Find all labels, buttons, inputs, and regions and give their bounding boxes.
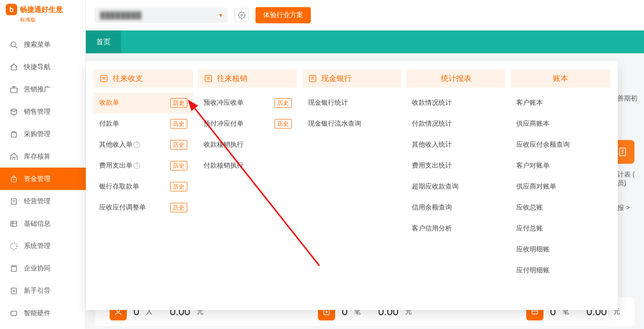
mega-item-label: 其他收入单? [99,140,140,149]
svg-point-0 [11,42,16,47]
nav-item-5[interactable]: 库存核算 [0,145,85,168]
mega-item-label: 供应商账本 [516,120,550,128]
mega-item[interactable]: 应收总账 [511,197,610,218]
mega-item[interactable]: 现金银行流水查询 [302,113,402,134]
svg-rect-10 [11,311,17,315]
mega-item[interactable]: 超期应收款查询 [406,176,506,197]
mega-item[interactable]: 应付明细账 [511,260,610,281]
mega-item[interactable]: 信用余额查询 [406,197,506,218]
nav-icon-8 [10,219,18,228]
nav-item-1[interactable]: 快捷导航 [0,56,85,78]
mega-col-2: 现金银行现金银行统计现金银行流水查询 [302,70,402,296]
history-badge[interactable]: 历史 [275,98,292,108]
mega-item[interactable]: 预付冲应付单历史 [198,113,297,134]
mega-item[interactable]: 收款单历史 [93,92,193,113]
mega-item[interactable]: 供应商对账单 [511,176,610,197]
mega-menu: 往来收支收款单历史付款单历史其他收入单?历史费用支出单?历史银行存取款单历史应收… [86,61,618,310]
history-badge[interactable]: 历史 [170,140,187,150]
mega-item[interactable]: 客户账本 [511,92,610,113]
nav-icon-10 [10,264,18,273]
mega-item[interactable]: 付款单历史 [93,113,193,134]
nav-item-6[interactable]: 资金管理 [0,168,85,190]
brand-name: 畅捷通好生意 [20,5,63,14]
svg-rect-15 [309,75,316,81]
svg-rect-13 [101,75,107,81]
mega-col-1: 往来核销预收冲应收单历史预付冲应付单历史收款核销执行付款核销执行 [198,70,297,296]
nav-item-4[interactable]: 采购管理 [0,123,85,145]
mega-item[interactable]: 应付总账 [511,218,610,239]
mega-item[interactable]: 收款核销执行 [198,134,297,155]
topbar: ████████ ▾ 体验行业方案 [86,0,644,30]
mega-item-label: 收款单 [99,99,119,107]
mega-col-title: 往来核销 [217,74,247,84]
nav-item-11[interactable]: 新手引导 [0,279,85,302]
mega-item[interactable]: 应收应付余额查询 [511,134,610,155]
nav-label: 库存核算 [24,152,51,161]
mega-item[interactable]: 应收应付调整单历史 [93,197,193,218]
nav-item-0[interactable]: 搜索菜单 [0,33,85,56]
nav-item-3[interactable]: 销售管理 [0,100,85,123]
cta-button[interactable]: 体验行业方案 [256,7,311,23]
mega-item[interactable]: 付款情况统计 [406,113,506,134]
mega-item-label: 供应商对账单 [516,182,556,191]
mega-item[interactable]: 收款情况统计 [406,92,506,113]
gear-icon [238,11,245,19]
mega-item[interactable]: 客户信用分析 [406,218,506,239]
nav-label: 智能硬件 [24,309,51,318]
history-badge[interactable]: 历史 [275,119,292,129]
nav-label: 基础信息 [24,219,51,228]
mega-item[interactable]: 现金银行统计 [302,92,402,113]
nav-label: 企业协同 [24,264,51,273]
nav-item-7[interactable]: 经营管理 [0,190,85,212]
svg-rect-5 [11,221,17,226]
mega-item-label: 其他收入统计 [412,140,452,149]
nav-item-2[interactable]: 营销推广 [0,78,85,100]
mega-item[interactable]: 供应商账本 [511,113,610,134]
svg-rect-14 [205,75,211,81]
history-badge[interactable]: 历史 [170,182,187,191]
mega-item-label: 预收冲应收单 [204,99,244,107]
mega-item-label: 应收明细账 [516,245,550,254]
mega-item[interactable]: 付款核销执行 [198,155,297,176]
settings-button[interactable] [235,8,249,22]
mega-item-label: 收款情况统计 [412,99,452,107]
mega-item[interactable]: 费用支出单?历史 [93,155,193,176]
nav-label: 采购管理 [24,130,51,139]
mega-item[interactable]: 其他收入统计 [406,134,506,155]
history-badge[interactable]: 历史 [170,161,187,170]
history-badge[interactable]: 历史 [170,98,187,108]
nav-item-9[interactable]: 系统管理 [0,235,85,257]
nav-label: 营销推广 [24,85,51,94]
svg-point-6 [10,243,17,249]
nav-label: 搜索菜单 [24,40,51,49]
org-selector[interactable]: ████████ ▾ [94,8,228,23]
mega-item-label: 客户信用分析 [412,224,452,233]
mega-col-head: 统计报表 [406,70,506,88]
history-badge[interactable]: 历史 [170,119,187,129]
nav-item-12[interactable]: 智能硬件 [0,302,85,324]
svg-rect-1 [10,88,17,93]
mega-item[interactable]: 客户对账单 [511,155,610,176]
nav-icon-1 [10,63,18,71]
nav-item-8[interactable]: 基础信息 [0,212,85,235]
history-badge[interactable]: 历史 [170,203,187,212]
nav-label: 快捷导航 [24,63,51,71]
mega-item-label: 付款核销执行 [204,161,244,170]
mega-col-3: 统计报表收款情况统计付款情况统计其他收入统计费用支出统计超期应收款查询信用余额查… [406,70,506,296]
mega-item[interactable]: 费用支出统计 [406,155,506,176]
mega-col-4: 账本客户账本供应商账本应收应付余额查询客户对账单供应商对账单应收总账应付总账应收… [511,70,610,296]
mega-col-head: 往来收支 [93,70,193,88]
mega-item-label: 应收应付调整单 [99,203,146,212]
mega-item[interactable]: 应收明细账 [511,239,610,260]
mega-item[interactable]: 预收冲应收单历史 [198,92,297,113]
nav-icon-3 [10,108,18,116]
mega-col-title: 统计报表 [441,74,471,84]
nav-item-10[interactable]: 企业协同 [0,257,85,279]
mega-item-label: 银行存取款单 [99,182,139,191]
tab-home[interactable]: 首页 [86,30,121,53]
logo-mark-icon: b [6,4,17,15]
mega-item[interactable]: 其他收入单?历史 [93,134,193,155]
help-icon: ? [133,141,140,148]
mega-item-label: 超期应收款查询 [412,182,459,191]
mega-item[interactable]: 银行存取款单历史 [93,176,193,197]
